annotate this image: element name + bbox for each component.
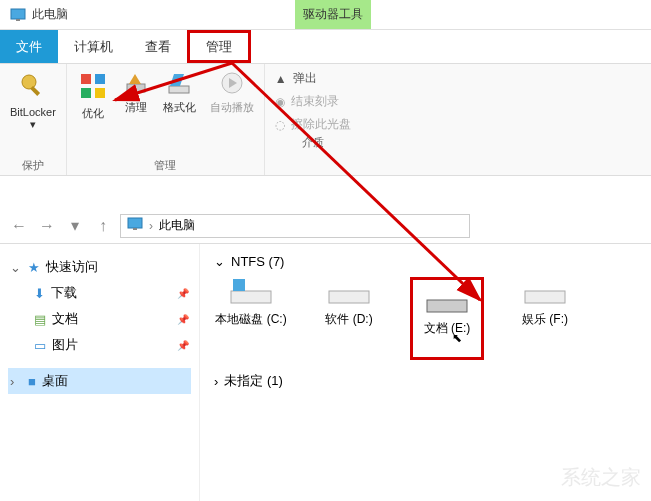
svg-rect-9 xyxy=(169,86,189,93)
erase-icon: ◌ xyxy=(275,118,285,132)
tab-file[interactable]: 文件 xyxy=(0,30,58,63)
drive-icon xyxy=(327,277,371,307)
svg-rect-5 xyxy=(95,74,105,84)
svg-rect-18 xyxy=(525,291,565,303)
back-button[interactable]: ← xyxy=(8,215,30,237)
quick-btn[interactable] xyxy=(26,178,44,196)
breadcrumb-chevron-icon: › xyxy=(149,219,153,233)
group-media: 介质 xyxy=(302,133,324,150)
pin-icon: 📌 xyxy=(177,314,189,325)
group-ntfs[interactable]: ⌄ NTFS (7) xyxy=(214,254,637,269)
pin-icon: 📌 xyxy=(177,288,189,299)
finish-burn-button: ◉ 结束刻录 xyxy=(275,93,351,110)
svg-rect-1 xyxy=(16,19,20,21)
download-icon: ⬇ xyxy=(34,286,45,301)
svg-rect-12 xyxy=(128,218,142,228)
sidebar-item-quick-access[interactable]: ⌄ ★ 快速访问 xyxy=(8,254,191,280)
tab-view[interactable]: 查看 xyxy=(129,30,187,63)
watermark: 系统之家 xyxy=(561,464,641,491)
erase-disc-button: ◌ 擦除此光盘 xyxy=(275,116,351,133)
svg-rect-0 xyxy=(11,9,25,19)
chevron-down-icon: ⌄ xyxy=(214,254,225,269)
autoplay-label: 自动播放 xyxy=(210,100,254,115)
window-title: 此电脑 xyxy=(32,6,68,23)
clean-button[interactable]: 清理 xyxy=(123,70,149,115)
drive-e[interactable]: 文档 (E:) ⬉ xyxy=(410,277,484,360)
drive-f[interactable]: 娱乐 (F:) xyxy=(508,277,582,360)
drive-icon xyxy=(425,286,469,316)
optimize-label: 优化 xyxy=(82,106,104,121)
svg-rect-16 xyxy=(329,291,369,303)
drive-c[interactable]: 本地磁盘 (C:) xyxy=(214,277,288,360)
svg-rect-4 xyxy=(81,74,91,84)
star-icon: ★ xyxy=(28,260,40,275)
drive-tools-tab[interactable]: 驱动器工具 xyxy=(295,0,371,29)
forward-button[interactable]: → xyxy=(36,215,58,237)
group-manage: 管理 xyxy=(154,156,176,173)
pin-icon: 📌 xyxy=(177,340,189,351)
drive-icon xyxy=(523,277,567,307)
bitlocker-label: BitLocker▾ xyxy=(10,106,56,131)
document-icon: ▤ xyxy=(34,312,46,327)
eject-icon: ▲ xyxy=(275,72,287,86)
burn-icon: ◉ xyxy=(275,95,285,109)
eject-button[interactable]: ▲ 弹出 xyxy=(275,70,351,87)
group-protect: 保护 xyxy=(22,156,44,173)
picture-icon: ▭ xyxy=(34,338,46,353)
svg-rect-14 xyxy=(231,291,271,303)
format-button[interactable]: 格式化 xyxy=(163,70,196,115)
tab-manage[interactable]: 管理 xyxy=(187,30,251,63)
chevron-right-icon: › xyxy=(10,374,22,389)
chevron-down-icon: ⌄ xyxy=(10,260,22,275)
desktop-icon: ■ xyxy=(28,374,36,389)
svg-rect-7 xyxy=(95,88,105,98)
svg-rect-6 xyxy=(81,88,91,98)
drive-icon xyxy=(229,277,273,307)
svg-rect-17 xyxy=(427,300,467,312)
chevron-right-icon: › xyxy=(214,374,218,389)
quick-btn[interactable] xyxy=(6,178,24,196)
sidebar-item-desktop[interactable]: › ■ 桌面 xyxy=(8,368,191,394)
group-unspecified[interactable]: › 未指定 (1) xyxy=(214,372,637,390)
autoplay-button[interactable]: 自动播放 xyxy=(210,70,254,115)
svg-rect-15 xyxy=(233,279,245,291)
svg-rect-8 xyxy=(127,84,145,92)
cursor-icon: ⬉ xyxy=(452,331,462,345)
optimize-button[interactable]: 优化 xyxy=(77,70,109,121)
up-button[interactable]: ↑ xyxy=(92,215,114,237)
clean-label: 清理 xyxy=(125,100,147,115)
recent-button[interactable]: ▾ xyxy=(64,215,86,237)
breadcrumb[interactable]: › 此电脑 xyxy=(120,214,470,238)
svg-rect-3 xyxy=(30,86,40,96)
sidebar-item-pictures[interactable]: ▭ 图片 📌 xyxy=(8,332,191,358)
sidebar-item-downloads[interactable]: ⬇ 下载 📌 xyxy=(8,280,191,306)
breadcrumb-location: 此电脑 xyxy=(159,217,195,234)
bitlocker-button[interactable]: BitLocker▾ xyxy=(10,70,56,131)
computer-icon xyxy=(127,217,143,234)
tab-computer[interactable]: 计算机 xyxy=(58,30,129,63)
format-label: 格式化 xyxy=(163,100,196,115)
svg-rect-13 xyxy=(133,228,137,230)
computer-icon xyxy=(10,7,26,23)
drive-d[interactable]: 软件 (D:) xyxy=(312,277,386,360)
sidebar-item-documents[interactable]: ▤ 文档 📌 xyxy=(8,306,191,332)
